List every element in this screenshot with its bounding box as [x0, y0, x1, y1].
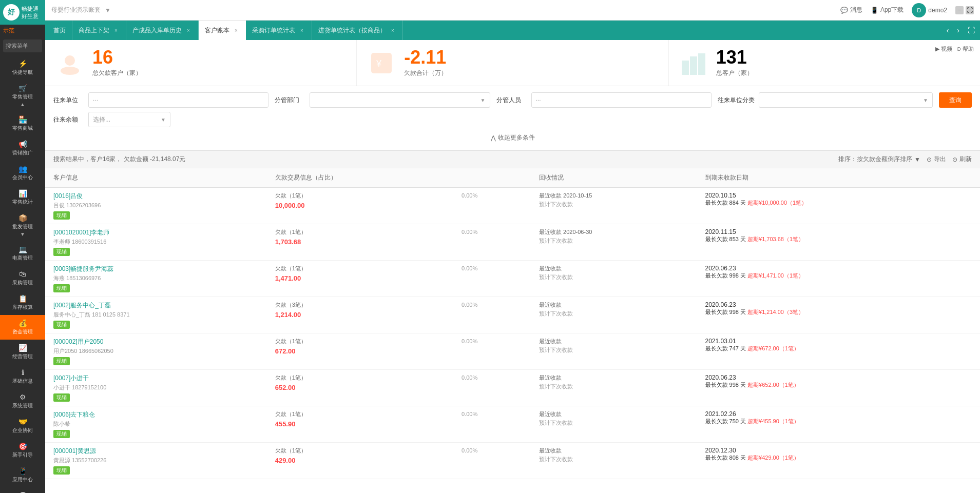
tab-product-shelf[interactable]: 商品上下架 ×: [72, 21, 126, 40]
last-collection-2: 最近收款: [539, 265, 688, 272]
td-due-1: 2020.11.15 最长欠款 853 天 超期¥1,703.68（1笔）: [697, 224, 980, 261]
td-due-5: 2020.06.23 最长欠款 998 天 超期¥652.00（1笔）: [697, 370, 980, 406]
manager-input[interactable]: ···: [531, 92, 712, 108]
balance-select[interactable]: 选择... ▼: [88, 112, 170, 127]
sidebar-item-marketing[interactable]: 📢 营销推广: [0, 136, 45, 161]
sidebar-item-inventory[interactable]: 📋 库存核算: [0, 290, 45, 315]
tab-prev-button[interactable]: ‹: [944, 25, 952, 35]
customer-name-1[interactable]: [0001020001]李老师: [53, 228, 259, 237]
message-button[interactable]: 💬 消息: [840, 6, 862, 14]
sidebar-item-finance[interactable]: 💰 资金管理: [0, 315, 45, 340]
sidebar-item-retail-mall[interactable]: 🏪 零售商城: [0, 111, 45, 136]
total-customers-icon: [679, 49, 708, 77]
refresh-button[interactable]: ⊙ 刷新: [952, 155, 972, 164]
unit-category-label: 往来单位分类: [718, 96, 755, 105]
customer-phone-3: 服务中心_丁磊 181 0125 8371: [53, 311, 259, 319]
help-action[interactable]: ⊙ 帮助: [956, 45, 974, 53]
tab-product-shelf-close[interactable]: ×: [112, 27, 120, 34]
sidebar-item-wholesale[interactable]: 📦 批发管理 ▼: [0, 210, 45, 241]
customer-name-0[interactable]: [0016]吕俊: [53, 192, 259, 201]
td-percent-4: 0.00%: [453, 333, 531, 370]
customer-phone-4: 用户2050 18665062050: [53, 347, 259, 355]
customer-name-3[interactable]: [0002]服务中心_丁磊: [53, 301, 259, 310]
overdue-link-4[interactable]: 超期¥672.00（1笔）: [747, 345, 799, 351]
video-action[interactable]: ▶ 视频: [935, 45, 952, 53]
inventory-label: 库存核算: [12, 304, 33, 311]
sidebar-item-system[interactable]: ⚙ 系统管理: [0, 389, 45, 413]
th-customer-info: 客户信息: [45, 168, 267, 188]
sidebar-item-retail-mgmt[interactable]: 🛒 零售管理 ▲: [0, 80, 45, 111]
industry-arrow: ▼: [105, 7, 111, 14]
maximize-button[interactable]: ⛶: [966, 6, 974, 14]
search-menu-button[interactable]: 搜索菜单: [3, 40, 42, 52]
summary-card-debt-customers: 16 总欠款客户（家）: [45, 40, 357, 86]
sidebar-item-operations[interactable]: 📈 经营管理: [0, 340, 45, 364]
td-debt-7: 欠款（1笔） 429.00: [267, 443, 453, 479]
retail-mall-label: 零售商城: [12, 125, 33, 132]
overdue-link-6[interactable]: 超期¥455.90（1笔）: [747, 418, 799, 424]
sidebar-item-basic-info[interactable]: ℹ 基础信息: [0, 364, 45, 389]
quick-nav-icon: ⚡: [18, 60, 27, 68]
retail-stats-icon: 📊: [18, 189, 27, 198]
sidebar-item-app-center[interactable]: 📱 应用中心: [0, 463, 45, 487]
export-button[interactable]: ⊙ 导出: [927, 155, 946, 164]
customer-name-2[interactable]: [0003]畅捷服务尹海蕊: [53, 265, 259, 273]
unit-category-select[interactable]: ▼: [759, 92, 933, 108]
overdue-days-0: 最长欠款 884 天 超期¥10,000.00（1笔）: [705, 199, 972, 207]
tab-fullscreen-button[interactable]: ⛶: [965, 25, 978, 35]
members-icon: 👥: [18, 165, 27, 173]
sidebar-item-retail-stats[interactable]: 📊 零售统计: [0, 185, 45, 210]
customer-name-5[interactable]: [0007]小进干: [53, 374, 259, 383]
user-menu[interactable]: D demo2: [912, 3, 947, 17]
td-debt-3: 欠款（3笔） 1,214.00: [267, 297, 453, 333]
td-customer-0: [0016]吕俊 吕俊 13026203696 现销: [45, 188, 267, 224]
overdue-link-0[interactable]: 超期¥10,000.00（1笔）: [747, 200, 807, 206]
tab-customer-ledger[interactable]: 客户账本 ×: [199, 21, 246, 40]
tab-purchase-stats-close[interactable]: ×: [298, 27, 305, 34]
sort-label: 排序：按欠款金额倒序排序: [838, 155, 912, 164]
quick-nav-label: 快捷导航: [12, 69, 33, 76]
overdue-link-7[interactable]: 超期¥429.00（1笔）: [747, 455, 799, 461]
tab-production-history-close[interactable]: ×: [185, 27, 192, 34]
source-unit-input[interactable]: ···: [88, 92, 268, 108]
th-recovery: 回收情况: [531, 168, 697, 188]
sidebar-item-purchase[interactable]: 🛍 采购管理: [0, 266, 45, 290]
sidebar-logo[interactable]: 好 畅捷通好生意: [0, 0, 45, 25]
customer-name-7[interactable]: [000001]黄思源: [53, 447, 259, 456]
sidebar-item-quick-nav[interactable]: ⚡ 快捷导航: [0, 55, 45, 80]
overdue-link-5[interactable]: 超期¥652.00（1笔）: [747, 382, 799, 388]
dept-arrow-icon: ▼: [481, 97, 486, 103]
overdue-link-2[interactable]: 超期¥1,471.00（1笔）: [747, 272, 804, 279]
sidebar-item-new-guide[interactable]: 🎯 新手引导: [0, 438, 45, 463]
minimize-button[interactable]: －: [955, 6, 964, 14]
video-icon: ▶: [935, 46, 939, 52]
query-button[interactable]: 查询: [939, 92, 972, 108]
dept-select[interactable]: ▼: [310, 92, 490, 108]
retail-mall-icon: 🏪: [18, 115, 27, 124]
collapse-button[interactable]: ⋀ 收起更多条件: [53, 131, 972, 144]
tab-purchase-goods-stats-close[interactable]: ×: [389, 27, 396, 34]
sidebar-item-ecommerce[interactable]: 💻 电商管理: [0, 241, 45, 266]
due-date-2: 2020.06.23: [705, 265, 972, 272]
tab-purchase-goods-stats[interactable]: 进货单统计表（按商品） ×: [312, 21, 403, 40]
customer-name-6[interactable]: [0006]去下粮仓: [53, 410, 259, 419]
tab-production-history[interactable]: 产成品入库单历史 ×: [126, 21, 199, 40]
tab-customer-ledger-close[interactable]: ×: [233, 27, 240, 34]
customer-name-4[interactable]: [000002]用户2050: [53, 338, 259, 346]
overdue-link-3[interactable]: 超期¥1,214.00（3笔）: [747, 309, 804, 315]
basic-info-label: 基础信息: [12, 378, 33, 385]
sidebar-item-wechat-work[interactable]: 💬 企业微信: [0, 487, 45, 493]
sort-select[interactable]: 排序：按欠款金额倒序排序 ▼: [838, 155, 920, 164]
industry-label: 母婴行业演示账套: [51, 6, 101, 14]
td-recovery-5: 最近收款 预计下次收款: [531, 370, 697, 406]
app-download-button[interactable]: 📱 App下载: [871, 6, 904, 14]
top-bar-right: 💬 消息 📱 App下载 D demo2 － ⛶: [840, 3, 974, 17]
tab-purchase-stats[interactable]: 采购订单统计表 ×: [246, 21, 312, 40]
tab-home[interactable]: 首页: [47, 21, 72, 40]
tab-next-button[interactable]: ›: [954, 25, 963, 35]
enterprise-collab-icon: 🤝: [18, 418, 27, 426]
sidebar-item-enterprise-collab[interactable]: 🤝 企业协同: [0, 413, 45, 438]
overdue-link-1[interactable]: 超期¥1,703.68（1笔）: [747, 236, 804, 242]
sidebar-item-members[interactable]: 👥 会员中心: [0, 161, 45, 185]
td-recovery-2: 最近收款 预计下次收款: [531, 261, 697, 297]
